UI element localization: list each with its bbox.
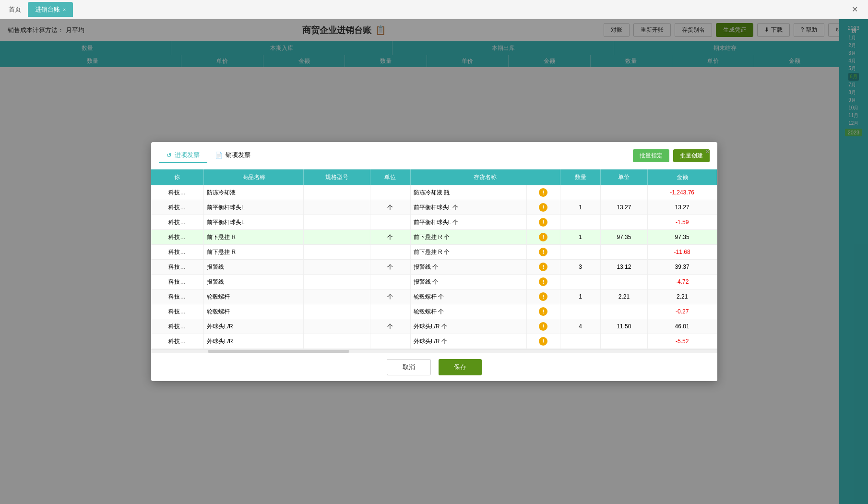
cell-unit [370, 304, 410, 319]
cell-quantity [560, 185, 601, 200]
cell-spec [304, 260, 370, 275]
cell-unit [370, 334, 410, 349]
table-row: 科技… 外球头L/R 外球头L/R 个 ! -5.52 [151, 334, 717, 349]
cell-amount: -4.72 [647, 275, 717, 289]
cell-company: 科技… [151, 289, 204, 304]
tab-close-icon[interactable]: × [63, 7, 66, 12]
cell-amount: 39.37 [647, 260, 717, 275]
home-tab[interactable]: 首页 [4, 2, 26, 17]
cell-warn: ! [526, 275, 560, 289]
table-header-row: 你 商品名称 规格型号 单位 存货名称 数量 单价 金额 [151, 169, 717, 185]
warning-icon: ! [539, 203, 547, 212]
cell-quantity [560, 245, 601, 260]
cell-amount: -1.59 [647, 215, 717, 230]
top-bar: 首页 进销台账 × ✕ [0, 0, 868, 19]
cell-company: 科技… [151, 215, 204, 230]
table-row: 科技… 外球头L/R 个 外球头L/R 个 ! 4 11.50 46.01 [151, 319, 717, 334]
cell-inventory: 报警线 个 [410, 260, 526, 275]
warning-icon: ! [539, 188, 547, 197]
cell-warn: ! [526, 260, 560, 275]
cell-warn: ! [526, 245, 560, 260]
th-amount: 金额 [647, 169, 717, 185]
cell-product: 前下悬挂 R [204, 230, 304, 245]
th-product: 商品名称 [204, 169, 304, 185]
active-tab-label: 进销台账 [35, 5, 60, 14]
cell-product: 前下悬挂 R [204, 245, 304, 260]
cell-product: 报警线 [204, 260, 304, 275]
warning-icon: ! [539, 248, 547, 256]
cell-spec [304, 245, 370, 260]
tab-incoming[interactable]: ↺ 进项发票 [159, 148, 207, 163]
cell-company: 科技… [151, 319, 204, 334]
cell-quantity: 1 [560, 230, 601, 245]
dialog-scrollbar-thumb [208, 350, 349, 353]
cell-company: 科技… [151, 245, 204, 260]
cell-spec [304, 304, 370, 319]
cancel-button[interactable]: 取消 [387, 359, 431, 375]
active-tab[interactable]: 进销台账 × [28, 2, 73, 17]
cell-inventory: 报警线 个 [410, 275, 526, 289]
cell-spec [304, 215, 370, 230]
dialog-close-button[interactable]: × [702, 146, 713, 157]
cell-unit-price: 13.12 [601, 260, 648, 275]
cell-inventory: 前平衡杆球头L 个 [410, 200, 526, 215]
cell-unit: 个 [370, 230, 410, 245]
th-unit-price: 单价 [601, 169, 648, 185]
cell-inventory: 前下悬挂 R 个 [410, 245, 526, 260]
cell-spec [304, 185, 370, 200]
table-row: 科技… 前下悬挂 R 个 前下悬挂 R 个 ! 1 97.35 97.35 [151, 230, 717, 245]
cell-unit-price [601, 185, 648, 200]
batch-assign-button[interactable]: 批量指定 [633, 149, 669, 162]
warning-icon: ! [539, 307, 547, 316]
incoming-icon: ↺ [166, 152, 172, 159]
table-row: 科技… 轮毂螺杆 个 轮毂螺杆 个 ! 1 2.21 2.21 [151, 289, 717, 304]
cell-warn: ! [526, 215, 560, 230]
cell-warn: ! [526, 334, 560, 349]
cell-product: 前平衡杆球头L [204, 200, 304, 215]
cell-inventory: 轮毂螺杆 个 [410, 289, 526, 304]
cell-quantity: 1 [560, 200, 601, 215]
dialog-scrollbar[interactable] [151, 349, 717, 353]
cell-spec [304, 200, 370, 215]
cell-product: 前平衡杆球头L [204, 215, 304, 230]
cell-quantity: 3 [560, 260, 601, 275]
cell-company: 科技… [151, 304, 204, 319]
cell-company: 科技… [151, 230, 204, 245]
dialog-table-wrapper[interactable]: 你 商品名称 规格型号 单位 存货名称 数量 单价 金额 科技… 防冻冷却液 [151, 169, 717, 349]
cell-spec [304, 319, 370, 334]
th-inventory: 存货名称 [410, 169, 560, 185]
cell-amount: -5.52 [647, 334, 717, 349]
cell-unit [370, 185, 410, 200]
window-close-button[interactable]: ✕ [845, 0, 864, 19]
cell-warn: ! [526, 289, 560, 304]
cell-product: 外球头L/R [204, 334, 304, 349]
th-unit: 单位 [370, 169, 410, 185]
dialog: ↺ 进项发票 📄 销项发票 批量指定 批量创建 × 你 [151, 142, 717, 381]
cell-spec [304, 289, 370, 304]
cell-unit-price [601, 275, 648, 289]
save-button[interactable]: 保存 [439, 359, 482, 375]
warning-icon: ! [539, 263, 547, 271]
cell-unit [370, 275, 410, 289]
cell-quantity [560, 304, 601, 319]
cell-unit-price: 97.35 [601, 230, 648, 245]
cell-amount: -11.68 [647, 245, 717, 260]
table-row: 科技… 轮毂螺杆 轮毂螺杆 个 ! -0.27 [151, 304, 717, 319]
cell-spec [304, 334, 370, 349]
cell-amount: -1,243.76 [647, 185, 717, 200]
warning-icon: ! [539, 218, 547, 227]
outgoing-icon: 📄 [215, 152, 223, 159]
cell-warn: ! [526, 200, 560, 215]
th-company: 你 [151, 169, 204, 185]
dialog-footer: 取消 保存 [151, 353, 717, 381]
cell-unit: 个 [370, 289, 410, 304]
cell-quantity: 1 [560, 289, 601, 304]
cell-amount: -0.27 [647, 304, 717, 319]
tab-outgoing[interactable]: 📄 销项发票 [207, 148, 258, 163]
cell-unit-price: 13.27 [601, 200, 648, 215]
cell-company: 科技… [151, 275, 204, 289]
table-row: 科技… 防冻冷却液 防冻冷却液 瓶 ! -1,243.76 [151, 185, 717, 200]
table-row: 科技… 前平衡杆球头L 个 前平衡杆球头L 个 ! 1 13.27 13.27 [151, 200, 717, 215]
cell-unit-price [601, 304, 648, 319]
cell-spec [304, 275, 370, 289]
